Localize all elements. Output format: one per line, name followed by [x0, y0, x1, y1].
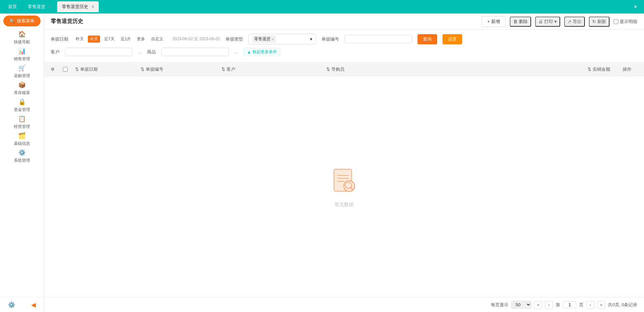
tab-retail-return-history[interactable]: 零售退货历史 ×	[57, 1, 99, 12]
delete-button[interactable]: 🗑 删除	[510, 17, 531, 27]
date-btn-today[interactable]: 今天	[88, 36, 100, 43]
settings-bottom-icon[interactable]: ⚙️	[8, 301, 15, 309]
date-btn-yesterday[interactable]: 昨天	[74, 36, 86, 43]
th-settings[interactable]: ⚙	[47, 67, 59, 72]
th-date-sort-icon: ⇅	[75, 67, 79, 72]
per-page-label: 每页显示	[491, 302, 508, 308]
th-no[interactable]: ⇅ 单据编号	[137, 66, 218, 72]
sidebar-item-base-info[interactable]: 🗂️ 基础信息	[0, 131, 44, 148]
date-btn-7days[interactable]: 近7天	[102, 36, 117, 43]
tab-home[interactable]: 首页	[3, 1, 22, 12]
th-amount[interactable]: ⇅ 实销金额	[558, 66, 614, 72]
bill-type-tag: 零售退货 ×	[252, 36, 276, 43]
select-all-checkbox[interactable]	[63, 67, 68, 72]
date-filter-buttons: 昨天 今天 近7天 近1月 更多 自定义	[74, 36, 165, 43]
gear-icon: ⚙️	[18, 149, 26, 156]
home-icon: 🏠	[18, 30, 26, 38]
sidebar-search[interactable]: 🔍 搜索菜单	[3, 16, 41, 26]
th-no-sort-icon: ⇅	[141, 67, 144, 72]
filter-area: 单据日期 昨天 今天 近7天 近1月 更多 自定义 2023-06-02 至 2…	[44, 30, 644, 63]
print-dropdown-icon: ▾	[554, 19, 557, 24]
date-btn-1month[interactable]: 近1月	[119, 36, 133, 43]
sidebar-item-operations[interactable]: 📋 经营管理	[0, 114, 44, 131]
page-title: 零售退货历史	[51, 18, 83, 25]
show-detail-checkbox[interactable]	[614, 19, 618, 24]
per-page-select[interactable]: 20 50 100	[511, 301, 531, 309]
lock-icon: 🔒	[18, 98, 26, 106]
goods-filter-label: 商品	[147, 49, 156, 55]
refresh-icon: ↻	[592, 19, 596, 24]
th-guide-sort-icon: ⇅	[326, 67, 330, 72]
tab-close-retail-return[interactable]: ×	[49, 4, 51, 9]
collapse-sidebar-icon[interactable]: ◀	[31, 301, 36, 309]
print-button[interactable]: 🖨 打印 ▾	[535, 17, 560, 27]
filter-row-1: 单据日期 昨天 今天 近7天 近1月 更多 自定义 2023-06-02 至 2…	[51, 34, 637, 44]
header-actions: + 新增 🗑 删除 🖨 打印 ▾ ↗ 导出 ↻ 刷新	[481, 16, 637, 27]
pagination: 每页显示 20 50 100 « ‹ 第 页 › » 共0页, 0条记录	[44, 297, 644, 312]
sidebar-item-quick-nav[interactable]: 🏠 快捷导航	[0, 29, 44, 46]
date-range-display: 2023-06-02 至 2023-06-02	[172, 36, 220, 42]
customer-ellipsis[interactable]: ...	[138, 49, 142, 54]
show-detail-toggle[interactable]: 显示明细	[614, 19, 637, 25]
page-prev-button[interactable]: ‹	[545, 301, 553, 309]
th-customer-sort-icon: ⇅	[221, 67, 225, 72]
sidebar-item-inventory[interactable]: 📦 库存核算	[0, 80, 44, 97]
tab-retail-return[interactable]: 零售退货 ×	[23, 1, 56, 12]
th-checkbox[interactable]	[59, 67, 72, 72]
settings-button[interactable]: 设置	[443, 34, 462, 44]
goods-input[interactable]	[161, 48, 229, 56]
page-header: 零售退货历史 + 新增 🗑 删除 🖨 打印 ▾ ↗ 导出	[44, 14, 644, 30]
page-number-input[interactable]	[563, 301, 576, 308]
date-btn-custom[interactable]: 自定义	[149, 36, 165, 43]
page-first-button[interactable]: «	[534, 301, 542, 309]
page-next-button[interactable]: ›	[586, 301, 594, 309]
customer-filter-label: 客户	[51, 49, 59, 55]
new-button[interactable]: + 新增	[481, 16, 506, 27]
window-close-button[interactable]: ×	[630, 3, 641, 10]
layout: 🔍 搜索菜单 🏠 快捷导航 📊 销售管理 🛒 采购管理 📦 库存核算 🔒 资金管…	[0, 14, 644, 312]
print-icon: 🖨	[539, 19, 543, 24]
chart-icon: 📊	[18, 47, 26, 55]
table-header: ⚙ ⇅ 单据日期 ⇅ 单据编号 ⇅ 客户 ⇅	[44, 63, 644, 76]
bill-type-tag-close[interactable]: ×	[272, 37, 274, 41]
th-guide[interactable]: ⇅ 导购员	[323, 66, 403, 72]
main-content: 零售退货历史 + 新增 🗑 删除 🖨 打印 ▾ ↗ 导出	[44, 14, 644, 312]
page-unit: 页	[579, 302, 583, 308]
plus-icon: +	[487, 19, 490, 24]
bill-type-select[interactable]: 零售退货 × ▾	[248, 34, 316, 44]
table-settings-icon[interactable]: ⚙	[51, 67, 55, 72]
th-ops: 操作	[614, 66, 641, 72]
query-button[interactable]: 查询	[418, 34, 437, 44]
tab-close-retail-return-history[interactable]: ×	[92, 4, 94, 9]
date-btn-more[interactable]: 更多	[135, 36, 147, 43]
th-date[interactable]: ⇅ 单据日期	[72, 66, 137, 72]
customer-input[interactable]	[65, 48, 133, 56]
empty-illustration	[329, 166, 359, 196]
table-area: ⚙ ⇅ 单据日期 ⇅ 单据编号 ⇅ 客户 ⇅	[44, 63, 644, 297]
box-icon: 📦	[18, 81, 26, 89]
sidebar-item-finance[interactable]: 🔒 资金管理	[0, 97, 44, 114]
collapse-up-icon: ▲	[247, 50, 251, 54]
cart-icon: 🛒	[18, 64, 26, 72]
clipboard-icon: 📋	[18, 115, 26, 122]
bill-no-label: 单据编号	[321, 36, 339, 42]
folder-icon: 🗂️	[18, 132, 26, 139]
goods-ellipsis[interactable]: ...	[234, 49, 238, 54]
svg-point-8	[346, 183, 348, 185]
page-label: 第	[556, 302, 560, 308]
bill-type-dropdown-arrow: ▾	[310, 37, 312, 42]
th-amount-sort-icon: ⇅	[588, 67, 591, 72]
page-last-button[interactable]: »	[597, 301, 605, 309]
bill-type-label: 单据类型	[225, 36, 243, 42]
delete-icon: 🗑	[513, 19, 518, 24]
export-button[interactable]: ↗ 导出	[564, 17, 585, 27]
sidebar-item-sys-mgmt[interactable]: ⚙️ 系统管理	[0, 148, 44, 164]
th-customer[interactable]: ⇅ 客户	[218, 66, 323, 72]
total-records: 共0页, 0条记录	[608, 302, 637, 308]
empty-state: 暂无数据	[44, 76, 644, 297]
collapse-button[interactable]: ▲ 收起更多条件	[243, 48, 281, 56]
bill-no-input[interactable]	[344, 35, 412, 43]
refresh-button[interactable]: ↻ 刷新	[589, 17, 610, 27]
sidebar-item-purchase-mgmt[interactable]: 🛒 采购管理	[0, 63, 44, 80]
sidebar-item-sales-mgmt[interactable]: 📊 销售管理	[0, 46, 44, 63]
